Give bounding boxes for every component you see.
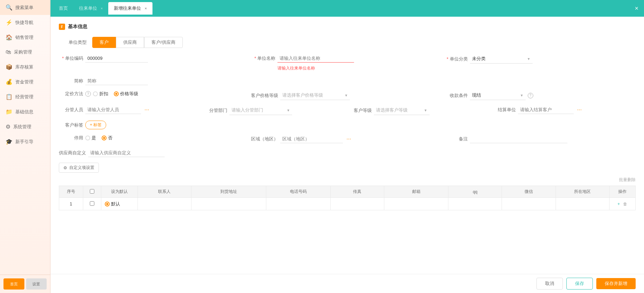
disabled-no-radio[interactable]: 否: [102, 135, 112, 141]
row-fax[interactable]: [330, 198, 384, 210]
no-radio-circle: [102, 136, 107, 140]
col-checkbox[interactable]: [83, 186, 101, 198]
settlement-unit-input[interactable]: [518, 106, 574, 114]
remarks-input[interactable]: [470, 135, 567, 143]
unit-name-input[interactable]: [277, 54, 354, 63]
tab-new-partner-close-icon[interactable]: ×: [144, 6, 147, 10]
row-region[interactable]: [556, 198, 609, 210]
department-field: 分管部门 请输入分管部门 ▼: [203, 106, 347, 115]
address-input[interactable]: [208, 200, 250, 208]
clipboard-icon: 📋: [6, 93, 13, 100]
sidebar-item-sales[interactable]: 🏠 销售管理: [0, 30, 50, 45]
yes-label: 是: [92, 135, 96, 141]
phone-input[interactable]: [281, 200, 316, 208]
sidebar-item-guide[interactable]: 🎓 新手引导: [0, 134, 50, 149]
add-row-btn[interactable]: +: [618, 202, 620, 206]
sidebar-item-search[interactable]: 🔍 搜索菜单: [0, 0, 50, 15]
row-address[interactable]: [191, 198, 266, 210]
contact-input[interactable]: [150, 200, 178, 208]
row-no: 1: [59, 198, 83, 210]
payment-terms-select[interactable]: 现结 ▼: [470, 91, 526, 100]
batch-delete-btn[interactable]: 批量删除: [619, 177, 636, 183]
unit-name-error: 请输入往来单位名称: [277, 65, 315, 71]
main-close-button[interactable]: ×: [632, 5, 641, 12]
section-header: F 基本信息: [59, 24, 636, 30]
settlement-unit-field: 结算单位 ···: [492, 106, 636, 114]
save-new-button[interactable]: 保存并新增: [596, 278, 636, 289]
sidebar-item-system[interactable]: ⚙ 系统管理: [0, 119, 50, 134]
disabled-field: 停用 是 否: [59, 135, 251, 141]
select-all-checkbox[interactable]: [90, 189, 94, 194]
department-select[interactable]: 请输入分管部门 ▼: [229, 106, 292, 115]
add-tag-btn[interactable]: + 标签: [85, 121, 106, 129]
row-wechat[interactable]: [502, 198, 556, 210]
row-checkbox-input[interactable]: [90, 201, 94, 206]
qq-input[interactable]: [461, 200, 489, 208]
row-region-input[interactable]: [568, 200, 596, 208]
sidebar-item-base-info[interactable]: 📁 基础信息: [0, 104, 50, 119]
sidebar-home-btn[interactable]: 首页: [3, 278, 24, 290]
pricing-method-label: 定价方法: [59, 91, 83, 97]
row-email[interactable]: [384, 198, 448, 210]
row-phone[interactable]: [266, 198, 331, 210]
tab-partners-close-icon[interactable]: ×: [101, 6, 103, 10]
row-contact[interactable]: [138, 198, 191, 210]
unit-type-both-btn[interactable]: 客户/供应商: [144, 37, 183, 48]
row-checkbox[interactable]: [83, 198, 101, 210]
payment-terms-help-icon[interactable]: ?: [528, 93, 533, 98]
sidebar-item-inventory[interactable]: 📦 库存核算: [0, 59, 50, 74]
chevron-down-icon: ▼: [520, 93, 524, 97]
region-more-btn[interactable]: ···: [345, 136, 352, 142]
form-row-5: 客户标签 + 标签: [59, 121, 636, 129]
payment-terms-field: 收款条件 现结 ▼ ?: [443, 91, 636, 100]
col-region: 所在地区: [556, 186, 609, 198]
manager-input[interactable]: [85, 106, 141, 114]
save-button[interactable]: 保存: [566, 278, 593, 290]
fax-input[interactable]: [343, 200, 371, 208]
delete-row-btn[interactable]: 🗑: [623, 202, 627, 206]
col-action: 操作: [609, 186, 635, 198]
form-row-3: 定价方法 ? 折扣 价格等级 客户价格等级 请选择客户价格等级: [59, 91, 636, 100]
sidebar-item-label: 资金管理: [15, 79, 33, 85]
form-row-6: 停用 是 否 区域（地区） ··· 备注: [59, 135, 636, 143]
unit-type-supplier-btn[interactable]: 供应商: [116, 37, 144, 48]
email-input[interactable]: [399, 200, 434, 208]
unit-category-select[interactable]: 未分类 ▼: [470, 54, 533, 64]
tab-partners[interactable]: 往来单位 ×: [73, 2, 108, 15]
custom-settings-btn[interactable]: ⚙ 自定义项设置: [59, 163, 99, 173]
tab-home[interactable]: 首页: [53, 2, 73, 15]
settlement-unit-more-btn[interactable]: ···: [576, 107, 583, 113]
customer-price-level-select[interactable]: 请选择客户价格等级 ▼: [280, 91, 350, 100]
sidebar-item-finance[interactable]: 💰 资金管理: [0, 74, 50, 89]
region-input[interactable]: [280, 135, 343, 143]
customer-price-level-placeholder: 请选择客户价格等级: [282, 92, 344, 98]
folder-icon: 📁: [6, 108, 13, 115]
col-fax: 传真: [330, 186, 384, 198]
form-row-4: 分管人员 ··· 分管部门 请输入分管部门 ▼ 客户等级 请选择客户等级 ▼ 结…: [59, 106, 636, 115]
manager-field: 分管人员 ···: [59, 106, 203, 114]
manager-more-btn[interactable]: ···: [143, 107, 150, 113]
unit-type-customer-btn[interactable]: 客户: [92, 37, 116, 48]
sidebar-settings-btn[interactable]: 设置: [26, 278, 47, 290]
supplier-custom-input[interactable]: [88, 149, 165, 157]
wechat-input[interactable]: [515, 200, 543, 208]
sidebar-item-purchase[interactable]: 🛍 采购管理: [0, 45, 50, 59]
form-row-2: 简称: [59, 77, 636, 85]
tab-new-partner[interactable]: 新增往来单位 ×: [108, 2, 152, 15]
sidebar-item-quick-nav[interactable]: ⚡ 快捷导航: [0, 15, 50, 30]
customer-tag-label: 客户标签: [59, 122, 83, 128]
disabled-yes-radio[interactable]: 是: [85, 135, 96, 141]
unit-code-input[interactable]: [85, 54, 148, 63]
pricing-level-radio[interactable]: 价格等级: [114, 91, 138, 97]
pricing-discount-radio[interactable]: 折扣: [93, 91, 108, 97]
default-radio-circle: [105, 202, 110, 206]
row-default-radio[interactable]: 默认: [105, 201, 134, 207]
pricing-method-help-icon[interactable]: ?: [85, 91, 91, 97]
pricing-method-field: 定价方法 ? 折扣 价格等级: [59, 91, 251, 97]
cancel-button[interactable]: 取消: [536, 278, 563, 290]
sidebar-item-operation[interactable]: 📋 经营管理: [0, 89, 50, 104]
row-default[interactable]: 默认: [101, 198, 138, 210]
short-name-input[interactable]: [85, 77, 148, 85]
customer-level-select[interactable]: 请选择客户等级 ▼: [374, 106, 430, 115]
row-qq[interactable]: [448, 198, 502, 210]
